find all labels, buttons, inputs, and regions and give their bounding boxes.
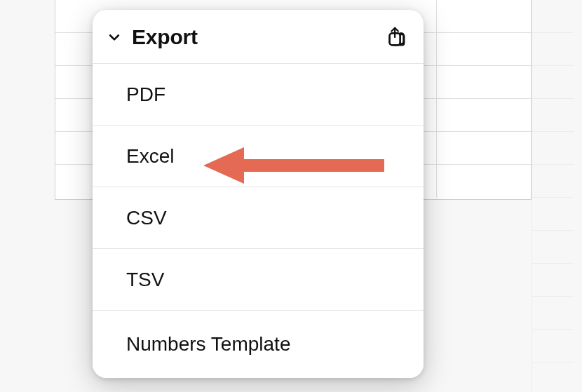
ruled-background	[532, 0, 574, 392]
export-item-label: TSV	[126, 269, 164, 291]
cell[interactable]	[437, 165, 531, 198]
cell[interactable]	[437, 66, 531, 98]
export-item-tsv[interactable]: TSV	[93, 249, 424, 311]
export-item-excel[interactable]: Excel	[93, 126, 424, 187]
popover-header[interactable]: Export	[93, 10, 424, 64]
cell[interactable]	[437, 33, 531, 65]
export-item-label: Numbers Template	[126, 333, 290, 356]
export-item-label: Excel	[126, 145, 174, 168]
cell[interactable]	[437, 132, 531, 164]
share-icon[interactable]	[384, 25, 408, 49]
export-item-csv[interactable]: CSV	[93, 187, 424, 249]
popover-title: Export	[132, 25, 198, 49]
export-item-numbers-template[interactable]: Numbers Template	[93, 311, 424, 378]
export-item-label: CSV	[126, 207, 167, 229]
export-item-label: PDF	[126, 83, 165, 106]
cell[interactable]	[437, 0, 531, 32]
cell[interactable]	[437, 99, 531, 131]
chevron-down-icon	[107, 29, 122, 45]
export-popover: Export PDF E	[93, 10, 424, 378]
export-item-pdf[interactable]: PDF	[93, 64, 424, 126]
